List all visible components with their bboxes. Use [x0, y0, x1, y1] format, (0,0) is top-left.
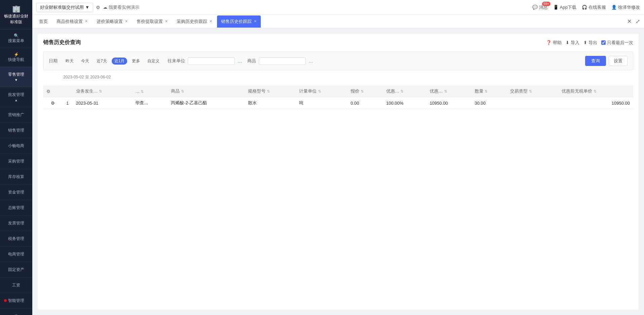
sidebar-item-finance[interactable]: 资金管理: [0, 185, 32, 200]
message-badge: 99+: [542, 2, 550, 6]
version-selector[interactable]: 好业财标准版交付试用 ▼: [36, 3, 93, 12]
date-filters: 昨天 今天 近7天 近1月 更多 自定义: [63, 58, 162, 65]
tab-pricing-strategy-close[interactable]: ✕: [125, 19, 128, 24]
row-extra: 华查…: [132, 97, 168, 109]
tab-price-extract-close[interactable]: ✕: [165, 19, 168, 24]
sidebar-item-retail[interactable]: 零售管理 ▼: [0, 67, 32, 87]
export-label: 导出: [588, 40, 597, 46]
settings-btn[interactable]: 设置: [609, 56, 628, 66]
sidebar-item-wholesale[interactable]: 批发管理 ▲: [0, 87, 32, 107]
tab-price-extract[interactable]: 售价提取设置 ✕: [133, 15, 172, 28]
col-pretax-price[interactable]: 优惠前无税单价 ⇅: [558, 85, 633, 97]
row-price: 0.00: [347, 97, 383, 109]
tab-purchase-history-close[interactable]: ✕: [209, 19, 212, 24]
col-spec-label: 规格型号: [248, 89, 265, 94]
user-profile-btn[interactable]: 👤 徐泽华修改: [611, 4, 640, 10]
col-discount2[interactable]: 优惠… ⇅: [426, 85, 471, 97]
sidebar-quicknav[interactable]: ⚡ 快捷导航: [0, 48, 32, 67]
fixed-assets-label: 固定资产: [3, 267, 30, 273]
sidebar-item-smart[interactable]: 智能管理: [0, 293, 32, 309]
topbar-settings-icon[interactable]: ⚙: [96, 5, 100, 10]
sidebar-item-salary[interactable]: 工资: [0, 278, 32, 293]
col-discount1-label: 优惠…: [386, 89, 399, 94]
sidebar-item-sales[interactable]: 销售管理: [0, 123, 32, 138]
message-btn[interactable]: 💬 消息 99+: [532, 4, 548, 10]
sidebar-item-ecommerce[interactable]: 电商管理: [0, 247, 32, 262]
source-unit-input[interactable]: [188, 57, 235, 65]
row-trans-type: [507, 97, 558, 109]
only-last-input[interactable]: [601, 40, 606, 45]
app-download-btn[interactable]: 📱 App下载: [553, 4, 576, 10]
smart-label: 智能管理: [3, 298, 30, 304]
date-custom[interactable]: 自定义: [145, 58, 162, 65]
col-quantity[interactable]: 数量 ⇅: [471, 85, 507, 97]
sidebar-item-tax[interactable]: 税务管理: [0, 231, 32, 247]
help-btn[interactable]: ❓ 帮助: [546, 40, 562, 46]
row-pretax-price: 10950.00: [558, 97, 633, 109]
filter-row: 日期 昨天 今天 近7天 近1月 更多 自定义 往来单位 …: [43, 51, 633, 70]
sort-icon-pretax-price: ⇅: [594, 89, 597, 93]
col-index: [63, 85, 73, 97]
sidebar-item-general-ledger[interactable]: 总账管理: [0, 200, 32, 216]
row-index: 1: [63, 97, 73, 109]
row-unit: 吨: [296, 97, 347, 109]
tab-home[interactable]: 首页: [35, 15, 52, 28]
date-more[interactable]: 更多: [129, 58, 143, 65]
export-btn[interactable]: ⬆ 导出: [583, 40, 597, 46]
query-btn[interactable]: 查询: [585, 56, 606, 66]
col-extra[interactable]: … ⇅: [132, 85, 168, 97]
phone-icon: 📱: [553, 5, 559, 10]
sort-icon-quantity: ⇅: [485, 89, 488, 93]
sidebar-item-invoice[interactable]: 发票管理: [0, 216, 32, 231]
col-price[interactable]: 报价 ⇅: [347, 85, 383, 97]
export-icon: ⬆: [583, 40, 587, 45]
sidebar-item-inventory[interactable]: 库存核算: [0, 169, 32, 185]
tab-pricing-strategy[interactable]: 进价策略设置 ✕: [93, 15, 132, 28]
col-trans-type[interactable]: 交易类型 ⇅: [507, 85, 558, 97]
import-btn[interactable]: ⬇ 导入: [566, 40, 579, 46]
tab-product-price-label: 商品价格设置: [57, 19, 83, 25]
source-unit-dots[interactable]: …: [238, 59, 242, 64]
tab-product-price[interactable]: 商品价格设置 ✕: [52, 15, 92, 28]
product-dots[interactable]: …: [309, 59, 313, 64]
tab-product-price-close[interactable]: ✕: [85, 19, 88, 24]
product-input[interactable]: [259, 57, 306, 65]
tab-purchase-history[interactable]: 采购历史价跟踪 ✕: [173, 15, 216, 28]
tab-expand-btn[interactable]: ⤢: [634, 17, 641, 26]
table-header-row: ⚙ 业务发生… ⇅ … ⇅ 商品 ⇅: [43, 85, 633, 97]
app-logo: 🏢 畅捷通好业财 标准版: [0, 0, 32, 29]
tab-sales-history[interactable]: 销售历史价跟踪 ✕: [217, 15, 261, 28]
demo-link[interactable]: ☁ 我要看实例演示: [103, 4, 139, 10]
tab-close-btn[interactable]: ✕: [626, 17, 633, 26]
date-label: 日期: [49, 58, 58, 64]
demo-label: 我要看实例演示: [109, 4, 139, 10]
only-last-checkbox[interactable]: 只看最后一次: [601, 40, 633, 46]
tab-sales-history-close[interactable]: ✕: [254, 19, 257, 24]
col-spec[interactable]: 规格型号 ⇅: [245, 85, 296, 97]
sidebar-item-purchase[interactable]: 采购管理: [0, 154, 32, 169]
online-service-btn[interactable]: 🎧 在线客服: [582, 4, 606, 10]
demo-icon: ☁: [103, 5, 107, 10]
salary-label: 工资: [3, 282, 30, 288]
sidebar-item-ecommerce-small[interactable]: 小畅电商: [0, 138, 32, 154]
sidebar-item-marketing[interactable]: 营销推广: [0, 107, 32, 123]
row-gear[interactable]: ⚙: [43, 97, 63, 109]
date-1month[interactable]: 近1月: [112, 58, 128, 65]
page-card: 销售历史价查询 ❓ 帮助 ⬇ 导入 ⬆ 导出: [38, 34, 639, 310]
date-range-display: 2023-05-02 至 2023-06-02: [43, 74, 633, 83]
col-product[interactable]: 商品 ⇅: [168, 85, 245, 97]
col-product-label: 商品: [171, 89, 180, 94]
col-business-date[interactable]: 业务发生… ⇅: [73, 85, 132, 97]
sidebar-item-fixed-assets[interactable]: 固定资产: [0, 262, 32, 278]
sort-icon-spec: ⇅: [267, 89, 270, 93]
tab-price-extract-label: 售价提取设置: [137, 19, 163, 25]
tab-pricing-strategy-label: 进价策略设置: [97, 19, 123, 25]
date-7days[interactable]: 近7天: [94, 58, 110, 65]
col-unit[interactable]: 计量单位 ⇅: [296, 85, 347, 97]
col-discount1[interactable]: 优惠… ⇅: [383, 85, 426, 97]
date-today[interactable]: 今天: [78, 58, 92, 65]
col-gear[interactable]: ⚙: [43, 85, 63, 97]
sidebar-search[interactable]: 🔍 搜索菜单: [0, 29, 32, 48]
sidebar-settings-btn[interactable]: ⚙: [0, 309, 32, 315]
date-yesterday[interactable]: 昨天: [63, 58, 76, 65]
